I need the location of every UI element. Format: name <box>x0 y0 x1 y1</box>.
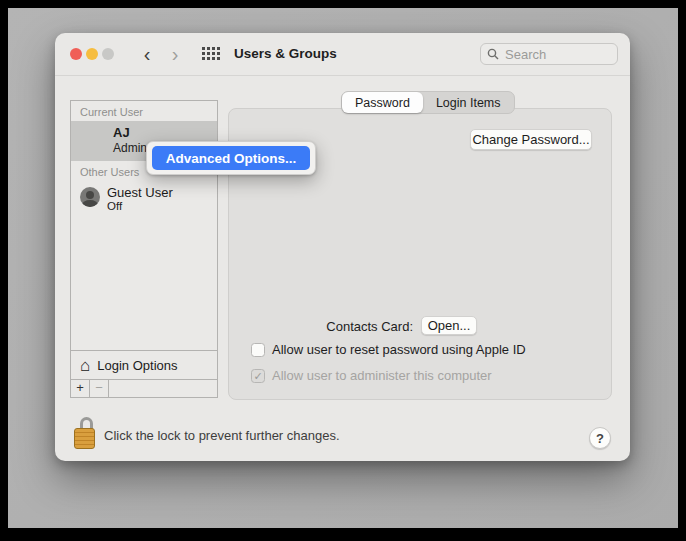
minimize-window-button[interactable] <box>86 48 98 60</box>
current-user-name: AJ <box>113 125 209 141</box>
search-input[interactable] <box>503 46 611 63</box>
add-user-button[interactable]: + <box>71 380 90 397</box>
close-window-button[interactable] <box>70 48 82 60</box>
tab-login-items[interactable]: Login Items <box>423 92 514 113</box>
administer-label: Allow user to administer this computer <box>272 368 492 383</box>
lock-message: Click the lock to prevent further change… <box>104 428 340 443</box>
search-icon <box>487 48 499 60</box>
remove-user-button: − <box>90 380 109 397</box>
guest-user-row[interactable]: Guest User Off <box>71 181 217 217</box>
tab-password[interactable]: Password <box>342 92 423 113</box>
current-user-header: Current User <box>71 101 217 121</box>
forward-button: › <box>163 41 187 67</box>
reset-password-label: Allow user to reset password using Apple… <box>272 342 526 357</box>
advanced-options-menu-item[interactable]: Advanced Options... <box>152 146 310 170</box>
login-options-row[interactable]: ⌂ Login Options <box>71 350 217 379</box>
reset-password-checkbox-row: Allow user to reset password using Apple… <box>251 342 526 357</box>
administer-checkbox-row: ✓ Allow user to administer this computer <box>251 368 492 383</box>
add-remove-toolbar: + − <box>71 379 217 397</box>
reset-password-checkbox[interactable] <box>251 343 265 357</box>
users-groups-window: ‹ › Users & Groups Current User AJ Admin… <box>55 33 630 461</box>
unlocked-padlock-icon[interactable] <box>74 417 98 450</box>
home-icon: ⌂ <box>80 357 90 374</box>
contacts-card-label: Contacts Card: <box>55 319 413 334</box>
change-password-button[interactable]: Change Password... <box>470 129 592 150</box>
context-menu: Advanced Options... <box>146 141 316 175</box>
window-title: Users & Groups <box>234 46 337 61</box>
guest-user-name: Guest User <box>107 185 173 200</box>
zoom-window-button <box>102 48 114 60</box>
back-button[interactable]: ‹ <box>135 41 159 67</box>
guest-user-status: Off <box>107 200 173 212</box>
guest-avatar-icon <box>80 187 100 207</box>
help-button[interactable]: ? <box>589 427 611 449</box>
search-field[interactable] <box>480 43 618 65</box>
show-all-grid-icon[interactable] <box>202 47 221 61</box>
title-bar: ‹ › Users & Groups <box>55 33 630 76</box>
administer-checkbox: ✓ <box>251 369 265 383</box>
contacts-card-open-button[interactable]: Open... <box>421 316 477 335</box>
login-options-label: Login Options <box>97 358 177 373</box>
tab-bar: Password Login Items <box>341 91 515 114</box>
